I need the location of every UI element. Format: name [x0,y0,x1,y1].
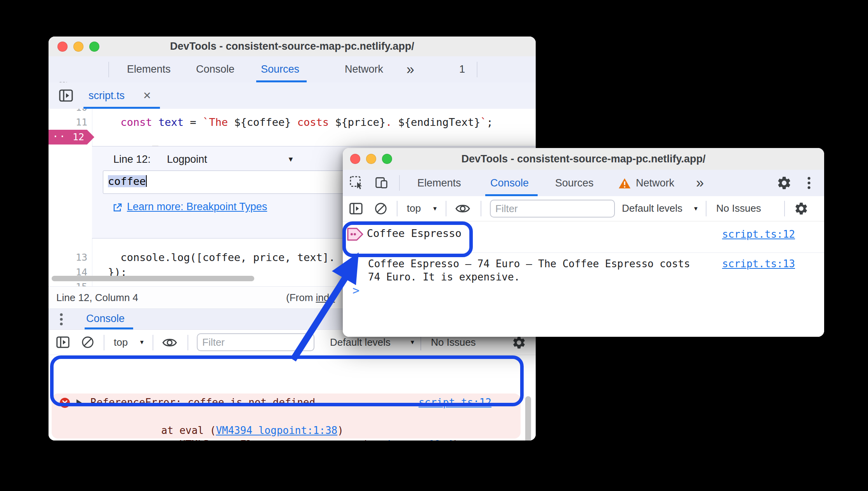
console-log-line1: Coffee Espresso – 74 Euro – The Coffee E… [368,257,690,270]
toolbar-separator [481,201,481,216]
show-console-sidebar-icon[interactable] [56,335,70,350]
console-messages: Coffee Espresso script.ts:12 Coffee Espr… [343,221,824,337]
source-location-link[interactable]: script.ts:13 [722,257,795,270]
origin-link[interactable]: inde [316,292,335,303]
show-navigator-icon[interactable] [58,88,74,103]
error-message: ReferenceError: coffee is not defined [90,395,315,409]
levels-dropdown-icon[interactable]: ▼ [693,196,699,221]
context-selector[interactable]: top [407,196,421,221]
live-expression-eye-icon[interactable] [162,335,177,350]
row-separator [343,252,824,253]
console-settings-gear-icon[interactable] [794,201,809,216]
window-title: DevTools - consistent-source-map-pc.netl… [49,37,536,56]
source-origin: (From inde [286,287,335,308]
stack-frame-2: at HTMLButtonElement.<anonymous> (script… [113,423,459,441]
logpoint-gutter-badge[interactable]: ·· 12 [49,130,94,145]
tab-elements[interactable]: Elements [417,170,461,196]
toolbar-separator [397,201,398,216]
drawer-tab-console[interactable]: Console [86,309,125,328]
console-filter-input[interactable] [197,333,314,351]
main-toolbar: Elements Console Sources Network » 1 [49,56,536,83]
learn-more-link[interactable]: Learn more: Breakpoint Types [127,201,267,213]
tab-console[interactable]: Console [196,56,234,82]
context-selector[interactable]: top [114,330,128,355]
horizontal-scrollbar[interactable] [52,276,254,281]
tab-network[interactable]: Network [345,56,383,82]
more-tabs-chevron[interactable]: » [696,170,704,196]
breakpoint-type-select[interactable]: Logpoint [167,151,207,167]
toolbar-separator [399,175,400,191]
line-number[interactable]: 10 [49,109,87,115]
error-icon [59,397,71,409]
expand-stack-icon[interactable] [76,399,82,406]
sources-tabstrip: script.ts ✕ [49,82,536,109]
close-tab-icon[interactable]: ✕ [143,82,151,109]
device-toolbar-icon[interactable] [374,176,389,190]
console-filter-input[interactable] [490,200,615,218]
console-settings-gear-icon[interactable] [512,335,526,350]
breakpoint-type-dropdown-icon[interactable]: ▼ [287,151,294,167]
main-toolbar: Elements Console Sources Network » [343,170,824,197]
window-title: DevTools - consistent-source-map-pc.netl… [343,148,824,170]
devtools-window-front: DevTools - consistent-source-map-pc.netl… [343,148,824,337]
context-dropdown-icon[interactable]: ▼ [139,330,145,355]
toolbar-separator [706,201,707,216]
tab-elements[interactable]: Elements [127,56,171,82]
external-link-icon [112,202,123,213]
console-log-line2: 74 Euro. It is expensive. [368,270,520,284]
more-tabs-chevron[interactable]: » [406,56,414,82]
console-toolbar: top ▼ Default levels ▼ No Issues [343,196,824,221]
console-messages: ReferenceError: coffee is not defined at… [49,355,536,441]
drawer-more-tools-icon[interactable] [59,313,63,326]
clear-console-icon[interactable] [373,201,388,216]
log-levels-selector[interactable]: Default levels [622,196,682,221]
tab-sources[interactable]: Sources [261,56,299,82]
logpoint-badge-icon [347,227,364,242]
text-caret [146,175,147,187]
desktop: { "colors": { "annotation_blue": "#1846e… [0,0,868,491]
more-options-icon[interactable] [807,176,811,190]
stack-link[interactable]: script.ts:12:4 [368,439,453,441]
toolbar-separator [187,335,188,350]
logpoint-expression-value: coffee [108,175,146,187]
line-number[interactable]: 11 [49,115,87,130]
vertical-scrollbar[interactable] [525,396,531,441]
clear-console-icon[interactable] [80,335,95,350]
toolbar-separator [153,335,153,350]
tab-console[interactable]: Console [490,170,529,196]
issues-counter[interactable]: No Issues [716,196,761,221]
toolbar-separator [477,62,477,77]
toolbar-separator [104,335,104,350]
warning-icon [618,178,631,189]
toolbar-separator [108,62,109,77]
origin-prefix: (From [286,292,316,303]
toolbar-separator [446,201,446,216]
code-line-12[interactable]: (document.querySelector('p') as HTMLPara… [108,130,536,145]
titlebar: DevTools - consistent-source-map-pc.netl… [49,37,536,57]
toolbar-separator [420,335,421,350]
code-line-11[interactable]: const text = `The ${coffee} costs ${pric… [108,115,536,130]
inspect-icon[interactable] [349,176,364,190]
console-prompt-chevron[interactable]: > [352,284,359,297]
console-error-row[interactable]: ReferenceError: coffee is not defined at… [52,393,521,439]
logpoint-dots-icon: ·· [52,130,66,143]
tab-network[interactable]: Network [636,170,674,196]
line-number[interactable]: 13 [49,250,87,265]
context-dropdown-icon[interactable]: ▼ [432,196,438,221]
breakpoint-line-label: Line 12: [113,151,151,167]
settings-gear-icon[interactable] [776,175,792,191]
live-expression-eye-icon[interactable] [455,201,470,216]
source-location-link[interactable]: script.ts:12 [418,395,491,409]
tab-sources[interactable]: Sources [555,170,594,196]
titlebar: DevTools - consistent-source-map-pc.netl… [343,148,824,170]
show-console-sidebar-icon[interactable] [349,201,363,216]
cursor-position: Line 12, Column 4 [56,287,138,308]
logpoint-output: Coffee Espresso [367,226,462,241]
source-location-link[interactable]: script.ts:12 [722,228,795,241]
toolbar-separator [784,201,785,216]
line-number-12: 12 [73,130,84,145]
error-count[interactable]: 1 [459,56,465,82]
file-tab-scriptts[interactable]: script.ts [89,82,125,109]
